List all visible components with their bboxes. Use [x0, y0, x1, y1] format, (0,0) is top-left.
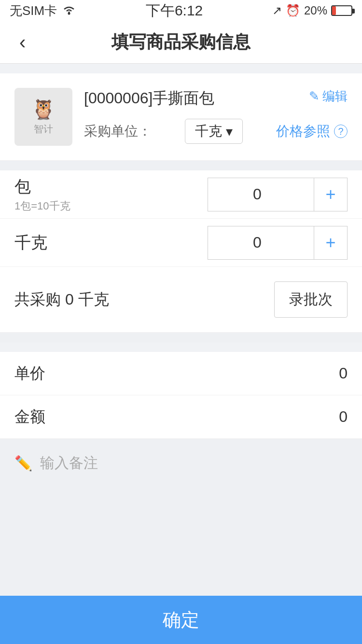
edit-button[interactable]: ✎ 编辑 — [309, 88, 348, 105]
input-section: 包 1包=10千克 + 千克 + — [0, 170, 362, 267]
note-placeholder: 输入备注 — [40, 453, 98, 473]
product-card: 🦉 智计 [0000006]手撕面包 ✎ 编辑 采购单位： 千克 ▾ — [0, 73, 362, 161]
svg-point-0 — [68, 12, 70, 14]
bag-sub: 1包=10千克 — [14, 199, 101, 213]
unit-select[interactable]: 千克 ▾ — [185, 119, 243, 144]
bag-input-control: + — [208, 178, 348, 211]
summary-value: 0 — [65, 291, 74, 308]
nav-title: 填写商品采购信息 — [111, 30, 251, 54]
amount-label: 金额 — [14, 406, 45, 428]
summary-row: 共采购 0 千克 录批次 — [0, 267, 362, 333]
kg-input-row: 千克 + — [0, 219, 362, 267]
price-ref-button[interactable]: 价格参照 ? — [276, 122, 348, 140]
unit-price-label: 单价 — [14, 363, 45, 384]
purchase-unit-label: 采购单位： — [84, 122, 152, 140]
kg-label: 千克 — [14, 232, 101, 254]
amount-value: 0 — [339, 408, 348, 426]
back-button[interactable]: ‹ — [14, 27, 30, 58]
bag-input-row: 包 1包=10千克 + — [0, 170, 362, 219]
pencil-icon: ✏️ — [14, 455, 32, 472]
bag-qty-input[interactable] — [208, 178, 314, 211]
location-icon: ↗ — [272, 4, 282, 17]
kg-plus-button[interactable]: + — [314, 226, 348, 260]
bag-plus-button[interactable]: + — [314, 178, 348, 211]
product-info: [0000006]手撕面包 ✎ 编辑 采购单位： 千克 ▾ 价格参照 ? — [84, 88, 348, 144]
status-time: 下午6:12 — [146, 1, 203, 21]
help-icon: ? — [334, 125, 348, 138]
chevron-down-icon: ▾ — [226, 124, 233, 140]
kg-input-control: + — [208, 226, 348, 260]
amount-row: 金额 0 — [0, 395, 362, 439]
product-header: [0000006]手撕面包 ✎ 编辑 — [84, 88, 348, 109]
kg-label-group: 千克 — [14, 232, 101, 254]
edit-icon: ✎ — [309, 89, 320, 104]
section-divider-2 — [0, 333, 362, 342]
kg-qty-input[interactable] — [208, 226, 314, 260]
product-image: 🦉 智计 — [14, 88, 72, 146]
alarm-icon: ⏰ — [286, 4, 300, 17]
status-left: 无SIM卡 — [10, 2, 76, 19]
info-section: 单价 0 金额 0 — [0, 352, 362, 439]
nav-bar: ‹ 填写商品采购信息 — [0, 21, 362, 64]
owl-icon: 🦉 — [31, 98, 56, 121]
bag-label: 包 — [14, 176, 101, 198]
section-divider-1 — [0, 161, 362, 170]
carrier-label: 无SIM卡 — [10, 2, 57, 19]
summary-text: 共采购 0 千克 — [14, 289, 109, 310]
product-name: [0000006]手撕面包 — [84, 88, 214, 109]
owl-label: 智计 — [34, 123, 53, 136]
status-right: ↗ ⏰ 20% — [272, 4, 352, 17]
wifi-icon — [62, 3, 76, 18]
confirm-button[interactable]: 确定 — [0, 596, 362, 644]
bag-label-group: 包 1包=10千克 — [14, 176, 101, 213]
purchase-unit-row: 采购单位： 千克 ▾ 价格参照 ? — [84, 119, 348, 144]
status-bar: 无SIM卡 下午6:12 ↗ ⏰ 20% — [0, 0, 362, 21]
battery-icon — [331, 5, 352, 16]
battery-percent: 20% — [304, 4, 327, 17]
batch-button[interactable]: 录批次 — [274, 281, 348, 318]
unit-price-value: 0 — [339, 364, 348, 382]
unit-price-row: 单价 0 — [0, 352, 362, 395]
note-section[interactable]: ✏️ 输入备注 — [0, 439, 362, 488]
